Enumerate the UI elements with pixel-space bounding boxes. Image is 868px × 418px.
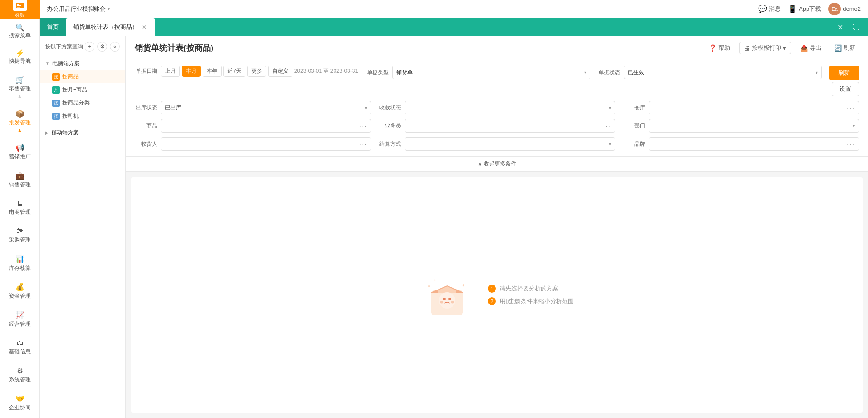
- department-label: 部门: [623, 122, 645, 130]
- user-menu[interactable]: Ea demo2: [828, 3, 861, 15]
- tab-close-window-btn[interactable]: ✕: [834, 21, 846, 33]
- right-panel: 销货单统计表(按商品) ❓ 帮助 🖨 按模板打印 ▾ 📤 导出: [126, 36, 868, 418]
- main-area: 办公用品行业模拟账套 ▾ 💬 消息 📱 App下载 Ea demo2 首页: [40, 0, 868, 418]
- tab-sales-stat[interactable]: 销货单统计表（按商品） ✕: [66, 18, 155, 36]
- svg-rect-3: [17, 7, 20, 8]
- sidebar-item-ops[interactable]: 📈 经营管理: [0, 305, 39, 333]
- help-btn[interactable]: ❓ 帮助: [705, 42, 734, 54]
- tab-home[interactable]: 首页: [40, 18, 66, 36]
- warehouse-input[interactable]: ···: [649, 101, 859, 114]
- empty-hint-1: 1 请先选择要分析的方案: [488, 285, 573, 293]
- empty-illustration: ✦ ✦ ✦: [420, 268, 474, 322]
- sidebar: 标账 🔍 搜索菜单 ⚡ 快捷导航 🛒 零售管理 ▲ 📦 批发管理 ▲ 📢 营销推…: [0, 0, 40, 418]
- department-select[interactable]: ▾: [649, 119, 859, 133]
- svg-point-8: [440, 301, 443, 304]
- warehouse-label: 仓库: [623, 104, 645, 112]
- query-button[interactable]: 刷新: [829, 66, 859, 80]
- doc-type-label: 单据类型: [366, 69, 389, 76]
- sidebar-item-base[interactable]: 🗂 基础信息: [0, 333, 39, 361]
- tab-maximize-btn[interactable]: ⛶: [850, 21, 863, 33]
- tree-section-pc-header[interactable]: ▼ 电脑端方案: [40, 57, 125, 70]
- tree-section-pc: ▼ 电脑端方案 按 按商品 月 按月+商品 按 按商品分类 按 按司机: [40, 55, 125, 124]
- avatar: Ea: [828, 3, 841, 15]
- svg-point-6: [443, 298, 446, 300]
- date-btn-more[interactable]: 更多: [247, 66, 266, 77]
- product-input[interactable]: ···: [161, 119, 371, 133]
- prefix-by-product: 按: [52, 73, 60, 81]
- tab-bar: 首页 销货单统计表（按商品） ✕ ✕ ⛶: [40, 18, 868, 36]
- tree-item-by-month-product[interactable]: 月 按月+商品: [40, 83, 125, 96]
- date-btn-last-7[interactable]: 近7天: [223, 66, 245, 77]
- date-btn-current-year[interactable]: 本年: [203, 66, 222, 77]
- doc-type-select[interactable]: 销货单 ▾: [392, 66, 590, 79]
- app-name-arrow: ▾: [108, 6, 110, 11]
- sidebar-item-sales[interactable]: 💼 销售管理: [0, 166, 39, 194]
- sidebar-search[interactable]: 🔍 搜索菜单: [0, 19, 39, 44]
- refresh-btn[interactable]: 🔄 刷新: [830, 42, 859, 54]
- payment-label: 结算方式: [378, 140, 401, 148]
- brand-label: 品牌: [623, 140, 645, 148]
- sidebar-item-wholesale[interactable]: 📦 批发管理 ▲: [0, 104, 39, 138]
- out-status-select[interactable]: 已出库 ▾: [161, 101, 371, 114]
- date-range-text: 2023-03-01 至 2023-03-31: [294, 67, 358, 75]
- add-scheme-btn[interactable]: +: [85, 42, 94, 52]
- app-name: 办公用品行业模拟账套 ▾: [47, 5, 753, 13]
- sidebar-item-marketing[interactable]: 📢 营销推广: [0, 138, 39, 166]
- collapse-panel-btn[interactable]: «: [110, 42, 120, 52]
- svg-rect-1: [17, 4, 19, 5]
- doc-status-select[interactable]: 已生效 ▾: [624, 66, 822, 79]
- sidebar-item-system[interactable]: ⚙ 系统管理: [0, 361, 39, 389]
- receiver-input[interactable]: ···: [161, 137, 371, 151]
- edit-scheme-btn[interactable]: ⚙: [97, 42, 107, 52]
- prefix-category: 按: [52, 100, 60, 107]
- query-btn-group: 刷新 设置: [829, 66, 859, 96]
- sidebar-item-purchase[interactable]: 🛍 采购管理: [0, 222, 39, 249]
- sidebar-logo[interactable]: 标账: [0, 0, 40, 19]
- settings-button[interactable]: 设置: [832, 82, 859, 96]
- tree-item-by-cashier[interactable]: 按 按司机: [40, 109, 125, 123]
- logo-text: 标账: [15, 12, 25, 19]
- left-panel-header: 按以下方案查询 + ⚙ «: [40, 42, 125, 55]
- tree-section-mobile-header[interactable]: ▶ 移动端方案: [40, 126, 125, 139]
- svg-rect-2: [17, 5, 21, 6]
- page-header: 销货单统计表(按商品) ❓ 帮助 🖨 按模板打印 ▾ 📤 导出: [126, 36, 868, 60]
- date-btn-custom[interactable]: 自定义: [268, 66, 292, 77]
- print-btn[interactable]: 🖨 按模板打印 ▾: [739, 42, 791, 54]
- sidebar-quick-nav[interactable]: ⚡ 快捷导航: [0, 44, 39, 70]
- message-btn[interactable]: 💬 消息: [758, 5, 781, 13]
- doc-status-label: 单据状态: [598, 69, 620, 76]
- export-btn[interactable]: 📤 导出: [797, 42, 825, 54]
- sidebar-item-ecom[interactable]: 🖥 电商管理: [0, 194, 39, 222]
- receiver-label: 收货人: [135, 140, 157, 148]
- sidebar-item-corp[interactable]: 🤝 企业协同: [0, 389, 39, 417]
- tree-section-mobile: ▶ 移动端方案: [40, 124, 125, 141]
- collapse-btn[interactable]: ∧ 收起更多条件: [478, 160, 516, 168]
- sidebar-item-retail[interactable]: 🛒 零售管理 ▲: [0, 70, 39, 104]
- date-btn-current-month[interactable]: 本月: [182, 66, 201, 77]
- left-panel-actions: + ⚙ «: [85, 42, 120, 52]
- salesperson-label: 业务员: [378, 122, 401, 130]
- svg-point-5: [439, 292, 455, 309]
- payment-select[interactable]: ▾: [405, 137, 615, 151]
- prefix-month: 月: [52, 86, 60, 94]
- salesperson-input[interactable]: ···: [405, 119, 615, 133]
- sidebar-item-finance[interactable]: 💰 资金管理: [0, 277, 39, 305]
- page-title: 销货单统计表(按商品): [135, 43, 213, 53]
- logo-icon: [13, 0, 27, 11]
- product-label: 商品: [135, 122, 157, 130]
- date-btn-last-month[interactable]: 上月: [161, 66, 180, 77]
- left-panel: 按以下方案查询 + ⚙ « ▼ 电脑端方案 按 按商品 月 按月: [40, 36, 126, 418]
- out-status-label: 出库状态: [135, 104, 157, 112]
- svg-text:✦: ✦: [434, 278, 437, 282]
- svg-point-7: [448, 298, 451, 300]
- tree-item-by-product[interactable]: 按 按商品: [40, 70, 125, 83]
- receipt-status-select[interactable]: ▾: [405, 101, 615, 114]
- tab-close-btn[interactable]: ✕: [141, 24, 148, 31]
- brand-input[interactable]: ···: [649, 137, 859, 151]
- tree-item-by-category[interactable]: 按 按商品分类: [40, 96, 125, 109]
- app-download-btn[interactable]: 📱 App下载: [788, 5, 821, 13]
- sidebar-item-inventory[interactable]: 📊 库存核算: [0, 249, 39, 277]
- date-label: 单据日期: [135, 67, 157, 75]
- filter-area: 单据日期 上月 本月 本年 近7天 更多 自定义 2023-03-01 至 20…: [126, 60, 868, 157]
- svg-text:✦: ✦: [462, 283, 465, 288]
